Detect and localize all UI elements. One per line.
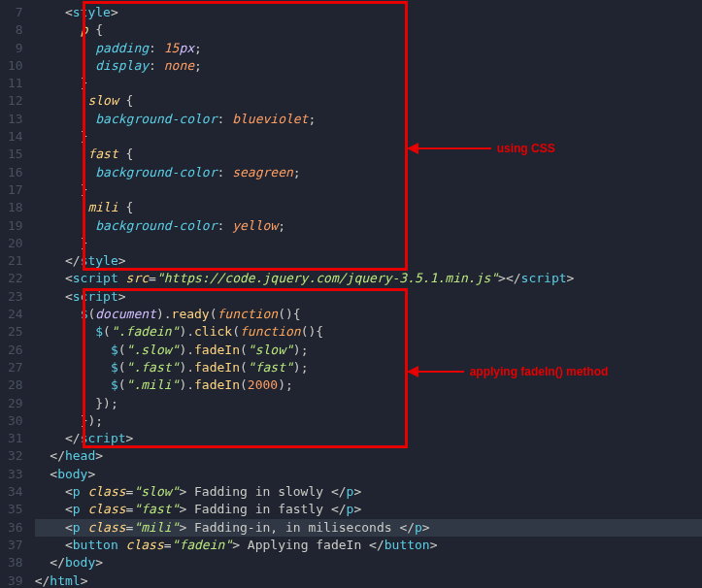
- line-number: 7: [8, 4, 23, 21]
- code-line[interactable]: <p class="mili"> Fadding-in, in miliseco…: [35, 519, 702, 537]
- token-punc: (: [232, 324, 240, 339]
- code-line[interactable]: <body>: [35, 466, 702, 483]
- line-number: 28: [8, 376, 23, 394]
- token-punc: (: [103, 324, 111, 339]
- token-punc: (: [240, 377, 248, 392]
- token-attr: src: [126, 271, 149, 285]
- token-string: ".mili": [126, 377, 180, 392]
- token-attr: class: [87, 502, 125, 516]
- line-number: 30: [8, 412, 23, 430]
- token-punc: >: [353, 502, 361, 516]
- token-punc: :: [149, 58, 164, 73]
- token-punc: {: [126, 200, 134, 214]
- annotation-label-css: using CSS: [497, 140, 555, 157]
- code-line[interactable]: </html>: [35, 572, 702, 589]
- code-line[interactable]: }: [35, 128, 702, 146]
- code-line[interactable]: background-color: blueviolet;: [35, 111, 702, 128]
- token-kw: function: [240, 324, 301, 339]
- token-punc: (: [118, 343, 126, 357]
- token-func: fadeIn: [194, 360, 240, 375]
- token-punc: ;: [194, 58, 202, 73]
- token-punc: }: [81, 129, 88, 144]
- code-line[interactable]: }: [35, 75, 702, 92]
- code-line[interactable]: .slow {: [35, 92, 702, 110]
- code-line[interactable]: background-color: yellow;: [35, 217, 702, 235]
- token-punc: >: [422, 520, 430, 535]
- token-punc: ).: [179, 360, 194, 375]
- code-line[interactable]: padding: 15px;: [35, 40, 702, 57]
- token-punc: );: [293, 343, 309, 357]
- code-line[interactable]: display: none;: [35, 57, 702, 75]
- code-line[interactable]: .fast {: [35, 146, 702, 163]
- token-punc: >: [126, 431, 134, 445]
- code-line[interactable]: p {: [35, 21, 702, 39]
- code-area[interactable]: <style> p { padding: 15px; display: none…: [35, 0, 702, 588]
- line-number: 15: [8, 146, 23, 163]
- code-line[interactable]: }: [35, 181, 702, 199]
- token-punc: }: [81, 182, 88, 197]
- token-attr: class: [126, 538, 164, 552]
- token-func: click: [194, 324, 232, 339]
- token-text: Fadding in slowly: [186, 484, 331, 499]
- token-punc: {: [126, 147, 134, 161]
- token-punc: <: [65, 502, 73, 516]
- line-number: 20: [8, 235, 23, 252]
- code-editor[interactable]: 7891011121314151617181920212223242526272…: [0, 0, 702, 588]
- token-punc: >: [430, 538, 438, 552]
- token-punc: {: [126, 93, 134, 108]
- token-punc: </: [331, 502, 347, 516]
- token-punc: ;: [278, 218, 285, 233]
- line-number: 17: [8, 181, 23, 199]
- token-punc: <: [65, 289, 73, 304]
- code-line[interactable]: $(".slow").fadeIn("slow");: [35, 342, 702, 359]
- line-number: 11: [8, 75, 23, 92]
- code-line[interactable]: </body>: [35, 554, 702, 572]
- token-punc: <: [65, 520, 73, 535]
- code-line[interactable]: </head>: [35, 447, 702, 465]
- token-punc: </: [50, 448, 65, 463]
- code-line[interactable]: <script>: [35, 288, 702, 306]
- token-punc: ></: [498, 271, 520, 285]
- code-line[interactable]: $(".fadein").click(function(){: [35, 323, 702, 341]
- code-line[interactable]: <style>: [35, 4, 702, 21]
- token-punc: :: [149, 41, 164, 55]
- token-punc: </: [65, 253, 81, 268]
- code-line[interactable]: </style>: [35, 252, 702, 270]
- code-line[interactable]: background-color: seagreen;: [35, 164, 702, 181]
- code-line[interactable]: </script>: [35, 430, 702, 447]
- code-line[interactable]: });: [35, 395, 702, 412]
- code-line[interactable]: <p class="fast"> Fadding in fastly </p>: [35, 501, 702, 518]
- line-number: 10: [8, 57, 23, 75]
- line-number: 8: [8, 21, 23, 39]
- line-number: 32: [8, 447, 23, 465]
- token-punc: <: [65, 538, 73, 552]
- code-line[interactable]: <script src="https://code.jquery.com/jqu…: [35, 270, 702, 287]
- token-prop: background-color: [95, 112, 217, 126]
- token-tag: style: [81, 253, 118, 268]
- token-text: Applying fadeIn: [240, 538, 369, 552]
- line-number: 38: [8, 554, 23, 572]
- token-string: ".fadein": [111, 324, 179, 339]
- arrow-line: [418, 147, 491, 149]
- token-value: seagreen: [232, 165, 293, 180]
- token-punc: ;: [293, 165, 301, 180]
- code-line[interactable]: }: [35, 235, 702, 252]
- line-number: 39: [8, 572, 23, 589]
- token-punc: :: [217, 218, 233, 233]
- line-number: 21: [8, 252, 23, 270]
- token-tag: p: [73, 520, 88, 535]
- code-line[interactable]: $(document).ready(function(){: [35, 306, 702, 323]
- token-string: ".slow": [126, 343, 180, 357]
- token-tag: p: [73, 484, 88, 499]
- token-num: 2000: [248, 377, 278, 392]
- token-punc: <: [50, 467, 57, 481]
- code-line[interactable]: <p class="slow"> Fadding in slowly </p>: [35, 483, 702, 501]
- token-punc: (){: [301, 324, 323, 339]
- token-value: blueviolet: [232, 112, 308, 126]
- code-line[interactable]: <button class="fadein"> Applying fadeIn …: [35, 537, 702, 554]
- token-string: "fast": [133, 502, 179, 516]
- arrow-line: [418, 371, 464, 373]
- code-line[interactable]: });: [35, 412, 702, 430]
- code-line[interactable]: .mili {: [35, 199, 702, 216]
- token-punc: ;: [194, 41, 202, 55]
